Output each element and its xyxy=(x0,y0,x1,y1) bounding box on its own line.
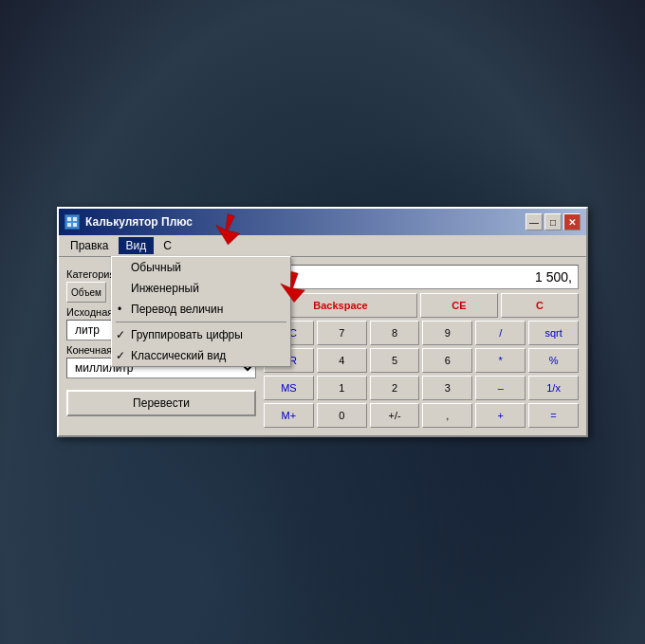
menu-bar-area: Правка Вид С Обычный Инженерный • Перево… xyxy=(59,235,586,257)
menu-item-inzhenerny-label: Инженерный xyxy=(131,282,199,295)
svg-rect-4 xyxy=(73,223,77,227)
display-value: 1 500, xyxy=(535,269,572,285)
category-button[interactable]: Объем xyxy=(66,282,106,303)
dec-button[interactable]: , xyxy=(422,403,472,428)
eq-button[interactable]: = xyxy=(528,403,579,428)
app-icon xyxy=(64,214,80,230)
calc-row-3: MR 4 5 6 * % xyxy=(264,348,579,373)
div-button[interactable]: / xyxy=(475,321,525,345)
btn-0[interactable]: 0 xyxy=(317,403,367,428)
btn-4[interactable]: 4 xyxy=(317,348,367,373)
close-button[interactable]: ✕ xyxy=(563,213,580,230)
menu-item-obychniy[interactable]: Обычный xyxy=(112,257,290,278)
sqrt-button[interactable]: sqrt xyxy=(528,321,579,345)
menu-item-gruppirovka-label: Группировать цифры xyxy=(131,328,243,341)
window-title: Калькулятор Плюс xyxy=(85,215,520,229)
mul-button[interactable]: * xyxy=(475,348,525,373)
perevod-bullet: • xyxy=(118,303,121,316)
svg-rect-2 xyxy=(73,217,77,221)
gruppirovka-check: ✓ xyxy=(116,328,125,341)
menu-item-perevod[interactable]: • Перевод величин xyxy=(112,299,290,320)
menu-item-obychniy-label: Обычный xyxy=(131,261,181,274)
minimize-button[interactable]: — xyxy=(525,213,543,230)
menu-separator xyxy=(116,322,286,322)
madd-button[interactable]: M+ xyxy=(264,403,314,428)
btn-3[interactable]: 3 xyxy=(422,376,472,400)
menu-item-gruppirovka[interactable]: ✓ Группировать цифры xyxy=(112,324,290,345)
calc-display: 1 500, xyxy=(264,265,579,289)
right-panel: 1 500, Backspace CE C MC 7 8 9 / sqrt xyxy=(264,265,579,428)
inv-button[interactable]: 1/x xyxy=(528,376,579,400)
menu-item-klassichesky-label: Классический вид xyxy=(131,349,226,362)
vid-dropdown-menu: Обычный Инженерный • Перевод величин ✓ Г… xyxy=(111,256,291,367)
btn-7[interactable]: 7 xyxy=(317,321,367,345)
calc-row-2: MC 7 8 9 / sqrt xyxy=(264,321,579,345)
pct-button[interactable]: % xyxy=(528,348,579,373)
add-button[interactable]: + xyxy=(475,403,525,428)
convert-button[interactable]: Перевести xyxy=(66,390,256,416)
sign-button[interactable]: +/- xyxy=(370,403,420,428)
maximize-button[interactable]: □ xyxy=(544,213,562,230)
menu-s[interactable]: С xyxy=(156,237,179,254)
menu-vid[interactable]: Вид xyxy=(119,237,155,254)
btn-8[interactable]: 8 xyxy=(370,321,420,345)
btn-2[interactable]: 2 xyxy=(370,376,420,400)
calc-row-4: MS 1 2 3 – 1/x xyxy=(264,376,579,400)
ms-button[interactable]: MS xyxy=(264,376,314,400)
klassichesky-check: ✓ xyxy=(116,349,125,362)
calc-row-1: Backspace CE C xyxy=(264,293,579,318)
c-button[interactable]: C xyxy=(501,293,579,318)
svg-rect-1 xyxy=(67,217,71,221)
svg-rect-3 xyxy=(67,223,71,227)
btn-6[interactable]: 6 xyxy=(422,348,472,373)
calc-row-5: M+ 0 +/- , + = xyxy=(264,403,579,428)
calculator-window: Калькулятор Плюс — □ ✕ Правка Вид С Обыч… xyxy=(57,207,588,437)
menu-bar: Правка Вид С xyxy=(59,235,586,257)
btn-5[interactable]: 5 xyxy=(370,348,420,373)
menu-item-perevod-label: Перевод величин xyxy=(131,303,223,316)
menu-pravka[interactable]: Правка xyxy=(63,237,117,254)
ce-button[interactable]: CE xyxy=(420,293,498,318)
btn-1[interactable]: 1 xyxy=(317,376,367,400)
menu-item-inzhenerny[interactable]: Инженерный xyxy=(112,278,290,299)
menu-item-klassichesky[interactable]: ✓ Классический вид xyxy=(112,345,290,366)
btn-9[interactable]: 9 xyxy=(422,321,472,345)
sub-button[interactable]: – xyxy=(475,376,525,400)
title-bar: Калькулятор Плюс — □ ✕ xyxy=(59,209,586,235)
window-controls: — □ ✕ xyxy=(525,213,580,230)
